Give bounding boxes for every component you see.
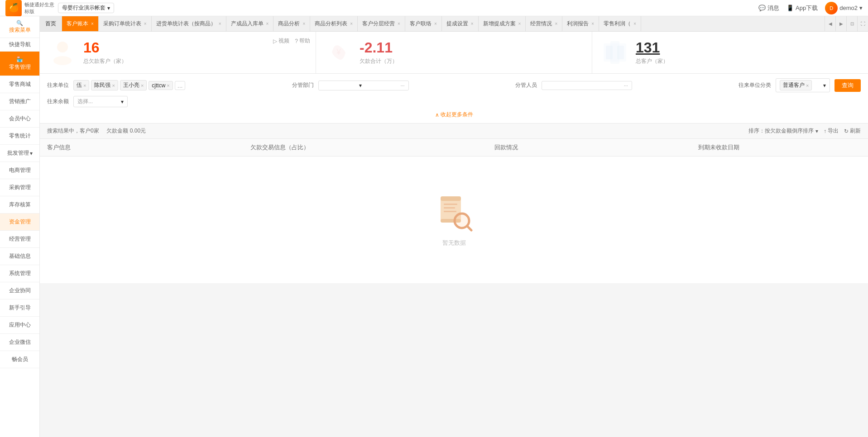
close-icon[interactable]: ×	[398, 21, 400, 26]
video-btn[interactable]: ▷ 视频	[273, 37, 289, 45]
sidebar-item-wholesale-mgmt[interactable]: 批发管理 ▾	[0, 145, 39, 162]
export-btn[interactable]: ↑ 导出	[824, 127, 839, 135]
col-header-customer: 客户信息	[47, 143, 250, 152]
tab-customer-segment[interactable]: 客户分层经营 ×	[358, 16, 405, 32]
sidebar-item-inventory-check[interactable]: 库存核算	[0, 196, 39, 214]
results-bar-right: 排序：按欠款金额倒序排序 ▾ ↑ 导出 ↻ 刷新	[748, 127, 861, 135]
message-icon: 💬	[758, 5, 766, 11]
close-icon[interactable]: ×	[144, 21, 147, 26]
total-customers-value: 131	[636, 40, 668, 55]
summary-card-customers: 16 总欠款客户（家） ▷ 视频 ? 帮助	[40, 32, 316, 73]
refresh-btn[interactable]: ↻ 刷新	[844, 127, 861, 135]
app-download-btn[interactable]: 📱 App下载	[786, 4, 818, 12]
tab-home[interactable]: 首页	[40, 16, 62, 32]
tab-new-promotion-plan[interactable]: 新增提成方案 ×	[479, 16, 526, 32]
remove-wang-btn[interactable]: ×	[141, 83, 144, 88]
tab-goods-analysis-list[interactable]: 商品分析列表 ×	[310, 16, 358, 32]
balance-filter-select[interactable]: 选择... ▾	[73, 96, 128, 107]
user-menu[interactable]: D demo2 ▾	[825, 2, 863, 14]
tab-prev-btn[interactable]: ◀	[825, 16, 835, 32]
col-header-date: 到期未收款日期	[698, 143, 861, 152]
tab-goods-analysis[interactable]: 商品分析 ×	[273, 16, 310, 32]
svg-rect-10	[444, 204, 457, 205]
debt-total-value: -2.11	[360, 40, 398, 55]
content-area: 首页 客户账本 × 采购订单统计表 × 进货单统计表（按商品） × 产成品入库单…	[40, 16, 868, 437]
summary-row: 16 总欠款客户（家） ▷ 视频 ? 帮助 ¥	[40, 32, 868, 74]
sidebar-item-purchase-mgmt[interactable]: 采购管理	[0, 179, 39, 196]
sidebar-item-member-center[interactable]: 会员中心	[0, 110, 39, 128]
tab-product-in[interactable]: 产成品入库单 ×	[226, 16, 274, 32]
chevron-down-icon: ▾	[823, 82, 826, 89]
tab-next-btn[interactable]: ▶	[835, 16, 846, 32]
sidebar-item-operation-mgmt[interactable]: 经营管理	[0, 231, 39, 248]
sidebar-item-enterprise-coop[interactable]: 企业协同	[0, 282, 39, 299]
close-icon[interactable]: ×	[302, 21, 305, 26]
help-btn[interactable]: ? 帮助	[295, 37, 310, 45]
sidebar-search[interactable]: 🔍 搜索菜单	[0, 16, 39, 38]
tab-operation-status[interactable]: 经营情况 ×	[526, 16, 562, 32]
empty-state: 暂无数据	[40, 157, 868, 283]
svg-rect-11	[444, 207, 455, 209]
sidebar-item-retail-stats[interactable]: 零售统计	[0, 128, 39, 145]
top-bar-left: 🍊 畅捷通好生意 标版 母婴行业演示帐套 ▾	[5, 0, 114, 16]
sidebar-item-finance-mgmt[interactable]: 资金管理	[0, 214, 39, 231]
filter-row-1: 往来单位 伍 × 陈民强 × 王小亮	[47, 78, 861, 92]
close-icon[interactable]: ×	[434, 21, 437, 26]
table-container: 客户信息 欠款交易信息（占比） 回款情况 到期未收款日期	[40, 139, 868, 283]
unit-type-tags: 普通客户 ×	[780, 80, 820, 90]
person-filter-label: 分管人员	[515, 81, 537, 89]
sidebar-item-basic-info[interactable]: 基础信息	[0, 248, 39, 265]
sidebar-item-app-center[interactable]: 应用中心	[0, 317, 39, 334]
close-icon[interactable]: ×	[91, 21, 94, 26]
sidebar-item-retail-mall[interactable]: 零售商城	[0, 76, 39, 93]
close-icon[interactable]: ×	[219, 21, 221, 26]
sidebar-item-enterprise-wechat[interactable]: 企业微信	[0, 334, 39, 351]
close-icon[interactable]: ×	[555, 21, 557, 26]
message-btn[interactable]: 💬 消息	[758, 4, 779, 12]
tab-expand-btn[interactable]: ⊡	[846, 16, 857, 32]
sidebar-quick-nav[interactable]: 快捷导航	[0, 38, 39, 52]
sidebar-item-ecommerce-mgmt[interactable]: 电商管理	[0, 162, 39, 179]
close-icon[interactable]: ×	[471, 21, 474, 26]
unit-type-filter-select[interactable]: 普通客户 × ▾	[776, 78, 830, 92]
remove-wu-btn[interactable]: ×	[83, 83, 86, 88]
tab-customer-account[interactable]: 客户账本 ×	[62, 16, 99, 32]
collapse-btn[interactable]: ∧ 收起更多条件	[435, 111, 473, 119]
query-button[interactable]: 查询	[834, 79, 861, 92]
total-debt-customers-value: 16	[83, 40, 127, 55]
sidebar-item-vip-member[interactable]: 畅会员	[0, 351, 39, 368]
svg-rect-12	[444, 211, 456, 212]
tab-fullscreen-btn[interactable]: ⛶	[857, 16, 868, 32]
remove-chen-btn[interactable]: ×	[112, 83, 115, 88]
sort-select[interactable]: 排序：按欠款金额倒序排序 ▾	[748, 127, 818, 135]
close-icon[interactable]: ×	[633, 21, 636, 26]
more-tags-btn[interactable]: ...	[175, 81, 186, 90]
close-icon[interactable]: ×	[591, 21, 594, 26]
summary-actions: ▷ 视频 ? 帮助	[273, 37, 310, 45]
top-bar-right: 💬 消息 📱 App下载 D demo2 ▾	[758, 2, 863, 14]
close-icon[interactable]: ×	[518, 21, 521, 26]
tab-customer-contact[interactable]: 客户联络 ×	[405, 16, 442, 32]
org-selector[interactable]: 母婴行业演示帐套 ▾	[58, 3, 114, 13]
sidebar-item-new-guide[interactable]: 新手引导	[0, 299, 39, 317]
remove-normal-btn[interactable]: ×	[806, 83, 809, 88]
tab-goods-in-stats[interactable]: 进货单统计表（按商品） ×	[152, 16, 226, 32]
sidebar-item-system-mgmt[interactable]: 系统管理	[0, 265, 39, 282]
empty-state-text: 暂无数据	[442, 239, 466, 247]
tab-profit-report[interactable]: 利润报告 ×	[562, 16, 599, 32]
dept-filter-select[interactable]: ▾ ···	[318, 81, 409, 90]
chevron-down-icon: ▾	[359, 82, 362, 89]
summary-card2-content: -2.11 欠款合计（万）	[360, 40, 398, 65]
retail-mgmt-icon: 🏪	[16, 56, 23, 62]
sidebar-item-retail-mgmt[interactable]: 🏪 零售管理	[0, 52, 39, 76]
tab-purchase-order-stats[interactable]: 采购订单统计表 ×	[99, 16, 152, 32]
sidebar-item-marketing[interactable]: 营销推广	[0, 93, 39, 110]
tab-promotion-settings[interactable]: 提成设置 ×	[442, 16, 479, 32]
tab-retail-profit[interactable]: 零售利润（ ×	[599, 16, 641, 32]
close-icon[interactable]: ×	[266, 21, 269, 26]
close-icon[interactable]: ×	[350, 21, 353, 26]
svg-line-14	[467, 226, 471, 230]
person-filter-select[interactable]: ···	[542, 81, 632, 90]
debt-total-label: 欠款合计（万）	[360, 57, 398, 65]
remove-cjttcw-btn[interactable]: ×	[167, 83, 169, 88]
